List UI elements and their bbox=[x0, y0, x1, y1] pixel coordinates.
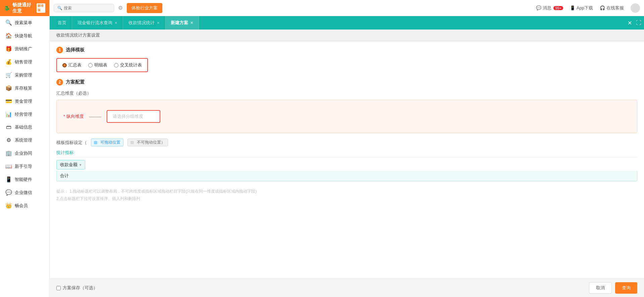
dimension-select[interactable]: 请选择分组维度 bbox=[107, 110, 160, 123]
sidebar-item-purchase[interactable]: 🛒 采购管理 bbox=[0, 68, 49, 82]
tab-new-plan-close[interactable]: ✕ bbox=[190, 21, 193, 25]
metrics-section: 模板指标设定（ 可拖动位置 不可拖动位置） 统计指标 收款 bbox=[56, 139, 637, 181]
page-body: 1 选择模板 汇总表 明细表 交叉统计表 bbox=[50, 41, 644, 279]
sidebar-label: 销售管理 bbox=[15, 59, 32, 65]
non-draggable-tag-label: 不可拖动位置） bbox=[137, 140, 165, 145]
radio-summary[interactable]: 汇总表 bbox=[62, 62, 82, 68]
message-badge: 99+ bbox=[553, 6, 563, 10]
topbar: 🔍 ⚙ 体验行业方案 💬 消息 99+ 📱 App下载 🎧 在线客服 bbox=[50, 0, 644, 16]
sidebar-item-operations[interactable]: 📊 经营管理 bbox=[0, 108, 49, 121]
sidebar-item-quick-nav[interactable]: 🏠 快捷导航 bbox=[0, 29, 49, 42]
step1-title: 选择模板 bbox=[66, 47, 85, 53]
dimension-row: * 纵向维度 —— 请选择分组维度 bbox=[63, 110, 630, 123]
cancel-button[interactable]: 取消 bbox=[589, 282, 612, 294]
search-box[interactable]: 🔍 bbox=[54, 4, 114, 12]
finance-icon: 💳 bbox=[5, 98, 12, 104]
sidebar-item-marketing[interactable]: 🎁 营销推广 bbox=[0, 42, 49, 55]
logo-icon: 🐉 bbox=[4, 5, 10, 11]
sidebar-item-member[interactable]: 👑 畅会员 bbox=[0, 199, 49, 212]
tab-expand-icon[interactable]: ⛶ bbox=[636, 20, 641, 26]
sidebar-item-system[interactable]: ⚙ 系统管理 bbox=[0, 134, 49, 147]
sales-icon: 💰 bbox=[5, 59, 12, 65]
query-button[interactable]: 查询 bbox=[615, 282, 637, 294]
tab-payment-stats-close[interactable]: ✕ bbox=[157, 21, 160, 25]
tab-bar: 首页 现金银行流水查询 ✕ 收款情况统计 ✕ 新建方案 ✕ ✕ ⛶ bbox=[50, 16, 644, 30]
radio-cross-input[interactable] bbox=[114, 63, 118, 67]
tab-home[interactable]: 首页 bbox=[52, 16, 72, 30]
bottom-bar: 方案保存（可选） 取消 查询 bbox=[50, 279, 644, 297]
dimension-row-label: * 纵向维度 bbox=[63, 113, 84, 119]
save-label: 方案保存（可选） bbox=[63, 285, 98, 291]
sidebar-item-search-menu[interactable]: 🔍 搜索菜单 bbox=[0, 16, 49, 29]
download-btn[interactable]: 📱 App下载 bbox=[570, 5, 593, 11]
radio-cross-label: 交叉统计表 bbox=[120, 62, 142, 68]
page-title: 收款情况统计方案设置 bbox=[56, 33, 100, 38]
tab-payment-stats-label: 收款情况统计 bbox=[128, 20, 155, 26]
sidebar: 🐉 畅捷通好生意 标准版 🔍 搜索菜单 🏠 快捷导航 🎁 营销推广 💰 销售管理… bbox=[0, 0, 50, 297]
purchase-icon: 🛒 bbox=[5, 72, 12, 78]
radio-detail[interactable]: 明细表 bbox=[88, 62, 107, 68]
page-content: 收款情况统计方案设置 1 选择模板 汇总表 明细表 bbox=[50, 30, 644, 297]
tab-bank-flow[interactable]: 现金银行流水查询 ✕ bbox=[72, 16, 123, 30]
step2-header: 2 方案配置 bbox=[56, 79, 637, 86]
radio-detail-label: 明细表 bbox=[94, 62, 107, 68]
tab-new-plan[interactable]: 新建方案 ✕ bbox=[165, 16, 199, 30]
save-option[interactable]: 方案保存（可选） bbox=[56, 285, 98, 291]
sidebar-item-hardware[interactable]: 📱 智能硬件 bbox=[0, 173, 49, 186]
sidebar-item-guide[interactable]: 📖 新手引导 bbox=[0, 160, 49, 173]
member-icon: 👑 bbox=[5, 202, 12, 209]
metric-chip-wrapper: 收款金额 ▾ 合计 bbox=[56, 160, 637, 181]
chevron-down-icon: ▾ bbox=[79, 163, 82, 167]
wechat-icon: 💬 bbox=[5, 189, 12, 196]
industry-btn[interactable]: 体验行业方案 bbox=[127, 3, 162, 13]
sidebar-item-finance[interactable]: 💳 资金管理 bbox=[0, 95, 49, 108]
sidebar-label: 畅会员 bbox=[15, 203, 28, 209]
gear-icon[interactable]: ⚙ bbox=[118, 5, 123, 11]
sidebar-item-enterprise[interactable]: 🏢 企业协同 bbox=[0, 147, 49, 160]
search-input[interactable] bbox=[64, 6, 111, 10]
logo-text: 畅捷通好生意 bbox=[12, 2, 33, 14]
search-icon: 🔍 bbox=[57, 6, 62, 10]
sidebar-label: 搜索菜单 bbox=[15, 20, 32, 26]
topbar-right: 💬 消息 99+ 📱 App下载 🎧 在线客服 bbox=[536, 3, 640, 13]
sidebar-label: 采购管理 bbox=[15, 72, 32, 78]
non-draggable-tag: 不可拖动位置） bbox=[127, 139, 168, 146]
avatar[interactable] bbox=[631, 3, 640, 13]
save-checkbox[interactable] bbox=[56, 286, 61, 290]
inventory-icon: 📦 bbox=[5, 85, 12, 91]
step2-title: 方案配置 bbox=[66, 79, 85, 85]
sidebar-label: 企业协同 bbox=[15, 150, 32, 156]
hint-text: 提示： 1.拖动标题栏可以调整布局，不可跨维度或指标区域拖动栏目字段(只能在同一… bbox=[56, 188, 637, 202]
metric-chip-payment[interactable]: 收款金额 ▾ bbox=[56, 160, 85, 169]
radio-summary-input[interactable] bbox=[62, 63, 67, 67]
sidebar-label: 新手引导 bbox=[15, 163, 32, 169]
step1-section: 1 选择模板 汇总表 明细表 交叉统计表 bbox=[56, 47, 637, 72]
step1-header: 1 选择模板 bbox=[56, 47, 637, 53]
dimension-placeholder: 请选择分组维度 bbox=[113, 114, 143, 119]
enterprise-icon: 🏢 bbox=[5, 150, 12, 156]
sidebar-label: 智能硬件 bbox=[15, 177, 32, 183]
tab-payment-stats[interactable]: 收款情况统计 ✕ bbox=[123, 16, 165, 30]
service-label: 在线客服 bbox=[606, 5, 624, 11]
tab-new-plan-label: 新建方案 bbox=[171, 20, 188, 26]
sidebar-item-basic-info[interactable]: 🗃 基础信息 bbox=[0, 121, 49, 134]
sidebar-label: 系统管理 bbox=[15, 137, 32, 143]
sidebar-item-sales[interactable]: 💰 销售管理 bbox=[0, 55, 49, 68]
service-btn[interactable]: 🎧 在线客服 bbox=[600, 5, 624, 11]
quick-nav-icon: 🏠 bbox=[5, 33, 12, 39]
step1-number: 1 bbox=[56, 47, 63, 53]
sidebar-item-wechat[interactable]: 💬 企业微信 bbox=[0, 186, 49, 199]
download-label: App下载 bbox=[577, 5, 593, 11]
page-header: 收款情况统计方案设置 bbox=[50, 30, 644, 41]
tab-bank-flow-close[interactable]: ✕ bbox=[114, 21, 117, 25]
operations-icon: 📊 bbox=[5, 111, 12, 117]
message-icon: 💬 bbox=[536, 5, 541, 10]
dimension-subtitle: 汇总维度（必选） bbox=[56, 90, 637, 96]
tab-close-icon[interactable]: ✕ bbox=[628, 20, 632, 26]
radio-detail-input[interactable] bbox=[88, 63, 93, 67]
radio-cross[interactable]: 交叉统计表 bbox=[114, 62, 142, 68]
sidebar-label: 资金管理 bbox=[15, 98, 32, 104]
messages-btn[interactable]: 💬 消息 99+ bbox=[536, 5, 563, 11]
sidebar-item-inventory[interactable]: 📦 库存核算 bbox=[0, 82, 49, 95]
tab-home-label: 首页 bbox=[58, 20, 66, 26]
